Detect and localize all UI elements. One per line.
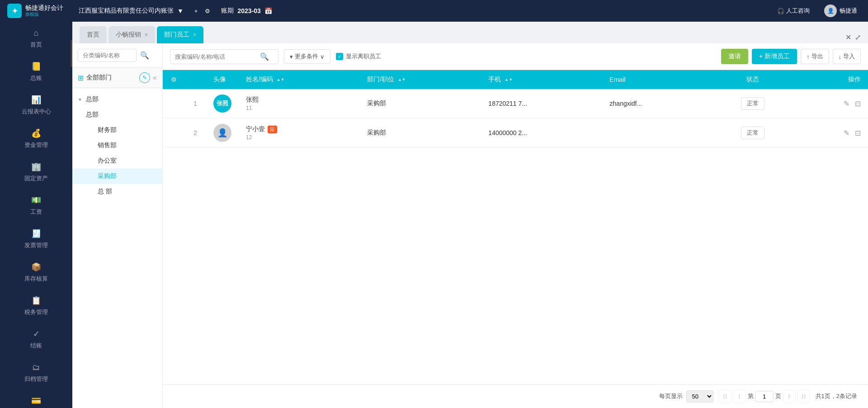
right-panel: 🔍 ▾ 更多条件 ∨ ✓ 显示离职员工 邀请 + 新增员工 <box>163 43 868 408</box>
tab-close-1[interactable]: × <box>145 32 148 38</box>
prev-page-btn[interactable]: ⟨ <box>733 390 746 403</box>
export-label: 导出 <box>811 52 823 61</box>
dept-edit-btn[interactable]: ✎ <box>139 72 150 83</box>
sidebar-item-expense[interactable]: 💳 小畅报销 <box>0 389 72 408</box>
sidebar-item-tax[interactable]: 📋 税务管理 <box>0 289 72 323</box>
col-status: 状态 <box>709 70 796 89</box>
name-sort-arrows: ▲▼ <box>277 78 285 82</box>
dept-node-5[interactable]: 总 部 <box>72 184 162 199</box>
user-btn[interactable]: 👤 畅捷通 <box>821 3 861 19</box>
sidebar-nav: ⌂ 首页 📒 总账 📊 云报表中心 💰 资金管理 🏢 固定资产 💵 工资 🧾 发… <box>0 22 72 408</box>
dept-node-4[interactable]: 采购部 <box>72 169 162 184</box>
tab-小畅报销[interactable]: 小畅报销× <box>108 26 155 43</box>
first-page-btn[interactable]: ⟨⟨ <box>719 390 731 403</box>
invite-btn[interactable]: 邀请 <box>721 49 748 64</box>
dept-search-input[interactable] <box>78 49 137 62</box>
sidebar-icon-general: 📒 <box>31 61 41 71</box>
dept-root[interactable]: ▼总部 <box>72 92 162 107</box>
sidebar-icon-home: ⌂ <box>31 28 41 38</box>
sidebar-label-tax: 税务管理 <box>24 308 48 316</box>
email-col-0: zhangxidf... <box>603 89 709 118</box>
tab-label-2: 部门员工 <box>164 31 189 39</box>
more-btn-0[interactable]: ⊡ <box>855 99 861 108</box>
dept-node-3[interactable]: 办公室 <box>72 153 162 169</box>
col-settings[interactable]: ⚙ <box>163 70 184 89</box>
close-tab-btn[interactable]: ✕ <box>845 33 851 42</box>
expand-tab-btn[interactable]: ⤢ <box>855 33 861 42</box>
show-resigned-toggle[interactable]: ✓ 显示离职员工 <box>336 52 381 61</box>
sidebar-label-assets: 固定资产 <box>24 174 48 183</box>
sidebar-item-salary[interactable]: 💵 工资 <box>0 189 72 222</box>
more-btn-1[interactable]: ⊡ <box>855 129 861 137</box>
page-input-area: 第 页 <box>748 391 781 402</box>
col-phone[interactable]: 手机 ▲▼ <box>481 70 602 89</box>
add-icon: + <box>194 8 198 14</box>
tab-close-2[interactable]: × <box>193 32 196 38</box>
action-col-0: ✎ ⊡ <box>796 89 868 118</box>
per-page-label: 每页显示 <box>659 392 683 400</box>
employee-search-input[interactable] <box>175 53 256 60</box>
add-employee-btn[interactable]: + 新增员工 <box>752 49 797 64</box>
export-btn[interactable]: ↑ 导出 <box>801 49 829 64</box>
sidebar-item-invoice[interactable]: 🧾 发票管理 <box>0 222 72 256</box>
tab-首页[interactable]: 首页 <box>80 26 107 43</box>
import-icon: ↓ <box>839 53 842 60</box>
avatar-0: 张照 <box>213 94 231 113</box>
status-col-1: 正常 <box>709 118 796 148</box>
dept-actions: ✎ « <box>139 72 157 83</box>
dept-node-0[interactable]: 总部 <box>72 107 162 122</box>
page-suffix: 页 <box>775 392 781 400</box>
status-badge-1: 正常 <box>741 127 764 139</box>
action-icons-1: ✎ ⊡ <box>803 129 861 137</box>
import-btn[interactable]: ↓ 导入 <box>833 49 861 64</box>
sidebar-icon-archive: 🗂 <box>31 362 41 372</box>
row-index-0: 1 <box>184 89 206 118</box>
company-name: 江西服宝精品有限责任公司内账张 <box>79 7 174 15</box>
col-name[interactable]: 姓名/编码 ▲▼ <box>239 70 360 89</box>
sidebar-item-close[interactable]: ✓ 结账 <box>0 323 72 356</box>
add-company-btn[interactable]: + <box>191 6 202 16</box>
dept-collapse-btn[interactable]: « <box>153 74 157 82</box>
sidebar-item-archive[interactable]: 🗂 归档管理 <box>0 356 72 389</box>
col-dept[interactable]: 部门/职位 ▲▼ <box>360 70 481 89</box>
sidebar-item-assets[interactable]: 🏢 固定资产 <box>0 155 72 189</box>
next-page-btn[interactable]: ⟩ <box>783 390 796 403</box>
company-selector[interactable]: 江西服宝精品有限责任公司内账张 ▼ <box>75 5 187 17</box>
page-prefix: 第 <box>748 392 754 400</box>
dept-header: ⊞ 全部部门 ✎ « <box>72 68 162 88</box>
col-index <box>184 70 206 89</box>
sidebar-item-home[interactable]: ⌂ 首页 <box>0 22 72 55</box>
sidebar-item-inventory[interactable]: 📦 库存核算 <box>0 256 72 289</box>
sidebar-item-reports[interactable]: 📊 云报表中心 <box>0 89 72 122</box>
tab-部门员工[interactable]: 部门员工× <box>157 26 203 43</box>
search-icon[interactable]: 🔍 <box>260 52 269 61</box>
filter-btn[interactable]: ▾ 更多条件 ∨ <box>284 49 330 64</box>
sidebar-item-general[interactable]: 📒 总账 <box>0 55 72 89</box>
settings-btn[interactable]: ⚙ <box>201 6 214 16</box>
filter-icon: ▾ <box>290 53 293 60</box>
last-page-btn[interactable]: ⟩⟩ <box>797 390 810 403</box>
page-number-input[interactable] <box>755 391 774 402</box>
employee-toolbar: 🔍 ▾ 更多条件 ∨ ✓ 显示离职员工 邀请 + 新增员工 <box>163 43 868 70</box>
sidebar-icon-invoice: 🧾 <box>31 229 41 239</box>
dept-node-1[interactable]: 财务部 <box>72 122 162 138</box>
sidebar-label-general: 总账 <box>30 74 42 82</box>
service-btn[interactable]: 🎧 人工咨询 <box>774 5 813 17</box>
export-icon: ↑ <box>807 53 810 60</box>
sidebar-icon-tax: 📋 <box>31 295 41 305</box>
dept-root-label: 全部部门 <box>86 74 112 82</box>
dept-node-2[interactable]: 销售部 <box>72 138 162 153</box>
sidebar-icon-close: ✓ <box>31 329 41 339</box>
edit-btn-1[interactable]: ✎ <box>844 129 849 137</box>
settings-icon: ⚙ <box>205 8 210 14</box>
sidebar-icon-inventory: 📦 <box>31 262 41 272</box>
sidebar-item-funds[interactable]: 💰 资金管理 <box>0 122 72 155</box>
dept-search-icon[interactable]: 🔍 <box>140 51 149 60</box>
per-page-select[interactable]: 50 10 20 100 <box>686 390 713 403</box>
tab-controls: ✕ ⤢ <box>845 33 861 43</box>
page-nav: ⟨⟨ ⟨ 第 页 ⟩ ⟩⟩ <box>719 390 810 403</box>
calendar-icon[interactable]: 📅 <box>264 7 272 14</box>
dept-col-1: 采购部 <box>360 118 481 148</box>
page-content: 🔍 ⊞ 全部部门 ✎ « ▼总部总部财务部销售部办公室采购部总 部 <box>72 43 868 408</box>
edit-btn-0[interactable]: ✎ <box>844 99 849 108</box>
